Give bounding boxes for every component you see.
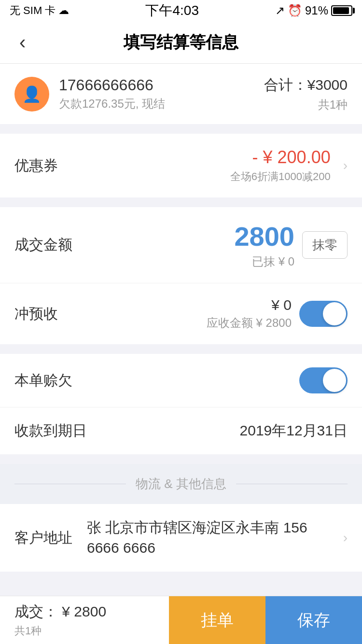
back-button[interactable]: ‹	[10, 27, 35, 58]
customer-info: 17666666666 欠款1276.35元, 现结	[59, 76, 165, 112]
deferred-label: 本单赊欠	[14, 371, 72, 391]
divider-line-right	[236, 484, 348, 484]
battery-percent: 91%	[305, 4, 328, 17]
deferred-right	[299, 367, 348, 393]
status-bar: 无 SIM 卡 ☁ 下午4:03 ↗ ⏰ 91%	[0, 0, 362, 21]
deal-amount-label: 成交金额	[14, 235, 72, 255]
save-button[interactable]: 保存	[265, 596, 362, 644]
deferred-row: 本单赊欠	[0, 354, 362, 407]
discount-desc: 全场6折满1000减200	[230, 169, 331, 184]
discount-row[interactable]: 优惠券 - ¥ 200.00 全场6折满1000减200 ›	[0, 134, 362, 197]
customer-total: 合计：¥3000 共1种	[264, 75, 348, 112]
deferred-toggle[interactable]	[299, 367, 348, 393]
section-label-text: 物流 & 其他信息	[136, 476, 226, 492]
status-left: 无 SIM 卡 ☁	[10, 3, 69, 18]
discount-value-col: - ¥ 200.00 全场6折满1000减200	[230, 147, 331, 184]
customer-phone: 17666666666	[59, 76, 165, 94]
battery-icon	[331, 5, 352, 16]
address-value: 张 北京市市辖区海淀区永丰南 156 6666 6666	[87, 518, 338, 558]
status-right: ↗ ⏰ 91%	[275, 4, 352, 17]
total-amount: 合计：¥3000	[264, 75, 348, 95]
bottom-summary: 成交： ¥ 2800 共1种	[0, 596, 169, 644]
prepay-sub: 应收金额 ¥ 2800	[207, 315, 292, 331]
deal-amount-sub: 已抹 ¥ 0	[252, 254, 294, 269]
bottom-count: 共1种	[14, 624, 154, 638]
alarm-icon: ⏰	[288, 4, 302, 17]
customer-left: 👤 17666666666 欠款1276.35元, 现结	[14, 76, 165, 112]
prepay-right: ¥ 0 应收金额 ¥ 2800	[207, 297, 348, 331]
discount-right: - ¥ 200.00 全场6折满1000减200 ›	[230, 147, 348, 184]
divider-line-left	[14, 484, 126, 484]
bottom-deal-label: 成交：	[14, 603, 58, 619]
bottom-deal-amount: ¥ 2800	[62, 603, 106, 619]
round-zero-button[interactable]: 抹零	[302, 231, 348, 259]
address-label: 客户地址	[14, 528, 72, 548]
status-time: 下午4:03	[145, 1, 199, 20]
address-row[interactable]: 客户地址 张 北京市市辖区海淀区永丰南 156 6666 6666 ›	[0, 504, 362, 572]
discount-value: - ¥ 200.00	[252, 147, 331, 168]
deal-amount-row: 成交金额 2800 已抹 ¥ 0 抹零	[0, 207, 362, 283]
due-date-label: 收款到期日	[14, 421, 87, 441]
deal-amount-col: 2800 已抹 ¥ 0	[234, 221, 294, 269]
battery-fill	[333, 7, 349, 14]
sim-label: 无 SIM 卡 ☁	[10, 3, 69, 18]
total-count: 共1种	[264, 97, 348, 112]
nav-bar: ‹ 填写结算等信息	[0, 21, 362, 64]
due-date-value: 2019年12月31日	[240, 421, 348, 441]
chevron-right-icon: ›	[343, 158, 348, 173]
deal-amount-right: 2800 已抹 ¥ 0 抹零	[234, 221, 348, 269]
customer-row: 👤 17666666666 欠款1276.35元, 现结 合计：¥3000 共1…	[0, 64, 362, 124]
pending-button[interactable]: 挂单	[169, 596, 265, 644]
prepay-value-col: ¥ 0 应收金额 ¥ 2800	[207, 297, 292, 331]
discount-label: 优惠券	[14, 156, 58, 176]
avatar: 👤	[14, 77, 49, 112]
address-chevron-icon: ›	[343, 530, 348, 546]
customer-debt: 欠款1276.35元, 现结	[59, 96, 165, 112]
prepay-label: 冲预收	[14, 304, 58, 324]
deal-amount-number: 2800	[234, 221, 294, 252]
bottom-deal-line: 成交： ¥ 2800	[14, 602, 154, 622]
due-date-row: 收款到期日 2019年12月31日	[0, 407, 362, 454]
prepay-value: ¥ 0	[271, 297, 292, 313]
section-divider: 物流 & 其他信息	[0, 464, 362, 504]
page-title: 填写结算等信息	[124, 31, 238, 54]
location-icon: ↗	[275, 4, 285, 17]
prepay-row: 冲预收 ¥ 0 应收金额 ¥ 2800	[0, 283, 362, 344]
bottom-bar: 成交： ¥ 2800 共1种 挂单 保存	[0, 596, 362, 644]
prepay-toggle[interactable]	[299, 301, 348, 327]
